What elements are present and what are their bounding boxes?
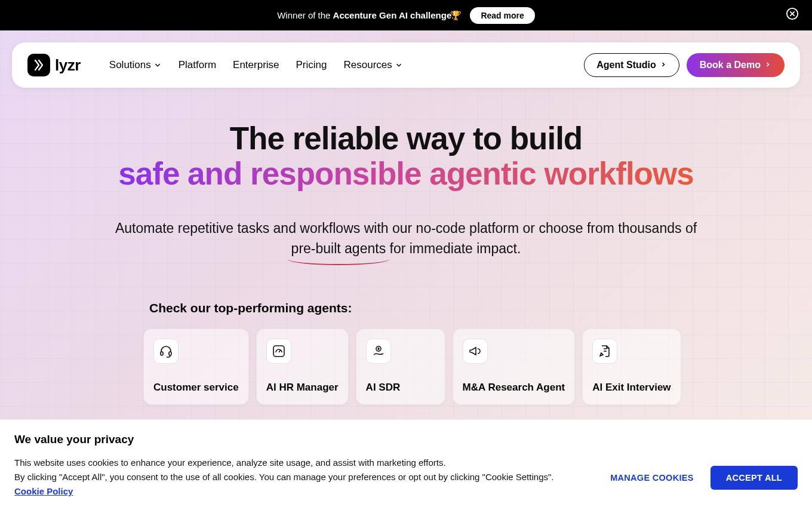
logo-text: lyzr bbox=[55, 56, 81, 75]
close-banner-button[interactable] bbox=[786, 8, 799, 21]
agent-studio-label: Agent Studio bbox=[596, 60, 656, 70]
svg-rect-2 bbox=[169, 352, 171, 355]
agent-card-label: Customer service bbox=[153, 382, 239, 394]
megaphone-icon bbox=[463, 339, 488, 364]
agent-card-exit-interview[interactable]: AI Exit Interview bbox=[582, 328, 681, 405]
close-icon bbox=[786, 7, 799, 23]
agents-heading: Check our top-performing agents: bbox=[149, 301, 669, 315]
chevron-down-icon bbox=[395, 61, 403, 69]
agent-card-label: AI SDR bbox=[366, 382, 435, 394]
agent-card-sdr[interactable]: AI SDR bbox=[356, 328, 445, 405]
chevron-right-icon bbox=[764, 60, 771, 70]
agent-studio-button[interactable]: Agent Studio bbox=[584, 53, 679, 77]
agent-card-label: M&A Research Agent bbox=[463, 382, 565, 394]
nav-platform-label: Platform bbox=[179, 59, 216, 71]
main-nav: Solutions Platform Enterprise Pricing Re… bbox=[109, 59, 403, 71]
nav-solutions-label: Solutions bbox=[109, 59, 151, 71]
announcement-text: Winner of the Accenture Gen AI challenge… bbox=[277, 10, 462, 21]
hero-section: The reliable way to build safe and respo… bbox=[0, 121, 812, 259]
svg-rect-3 bbox=[273, 346, 284, 357]
money-hand-icon bbox=[366, 339, 391, 364]
agent-card-row: Customer service AI HR Manager AI SD bbox=[143, 328, 669, 405]
logo-mark-icon bbox=[27, 54, 50, 76]
nav-platform[interactable]: Platform bbox=[179, 59, 216, 71]
headset-icon bbox=[153, 339, 179, 364]
nav-resources[interactable]: Resources bbox=[344, 59, 403, 71]
gauge-icon bbox=[266, 339, 291, 364]
book-demo-header-button[interactable]: Book a Demo bbox=[687, 53, 785, 77]
chevron-down-icon bbox=[153, 61, 162, 69]
cookie-text: This website uses cookies to enhance you… bbox=[14, 456, 564, 499]
read-more-button[interactable]: Read more bbox=[470, 7, 534, 24]
agent-card-customer-service[interactable]: Customer service bbox=[143, 328, 249, 405]
announcement-banner: Winner of the Accenture Gen AI challenge… bbox=[0, 0, 812, 30]
nav-enterprise[interactable]: Enterprise bbox=[233, 59, 279, 71]
accept-all-cookies-button[interactable]: ACCEPT ALL bbox=[710, 466, 798, 490]
agent-card-ma-research[interactable]: M&A Research Agent bbox=[453, 328, 576, 405]
nav-solutions[interactable]: Solutions bbox=[109, 59, 162, 71]
chevron-right-icon bbox=[660, 60, 667, 70]
cookie-banner: We value your privacy This website uses … bbox=[0, 419, 812, 513]
hero-subtitle: Automate repetitive tasks and workflows … bbox=[107, 218, 705, 259]
trophy-icon: 🏆 bbox=[450, 10, 462, 20]
nav-resources-label: Resources bbox=[344, 59, 392, 71]
logo[interactable]: lyzr bbox=[27, 54, 81, 76]
document-edit-icon bbox=[592, 339, 617, 364]
hero-underline-text: pre-built agents bbox=[291, 238, 386, 259]
nav-enterprise-label: Enterprise bbox=[233, 59, 279, 71]
manage-cookies-button[interactable]: MANAGE COOKIES bbox=[610, 473, 694, 483]
agent-card-label: AI Exit Interview bbox=[592, 382, 670, 394]
book-demo-header-label: Book a Demo bbox=[700, 60, 761, 70]
svg-rect-1 bbox=[161, 352, 163, 355]
main-header: lyzr Solutions Platform Enterprise Prici… bbox=[12, 42, 800, 88]
agent-card-label: AI HR Manager bbox=[266, 382, 339, 394]
cookie-policy-link[interactable]: Cookie Policy bbox=[14, 486, 73, 496]
agent-card-hr-manager[interactable]: AI HR Manager bbox=[256, 328, 349, 405]
hero-title: The reliable way to build safe and respo… bbox=[24, 121, 788, 192]
cookie-title: We value your privacy bbox=[14, 433, 564, 446]
nav-pricing[interactable]: Pricing bbox=[296, 59, 327, 71]
agents-section: Check our top-performing agents: Custome… bbox=[137, 301, 675, 405]
nav-pricing-label: Pricing bbox=[296, 59, 327, 71]
